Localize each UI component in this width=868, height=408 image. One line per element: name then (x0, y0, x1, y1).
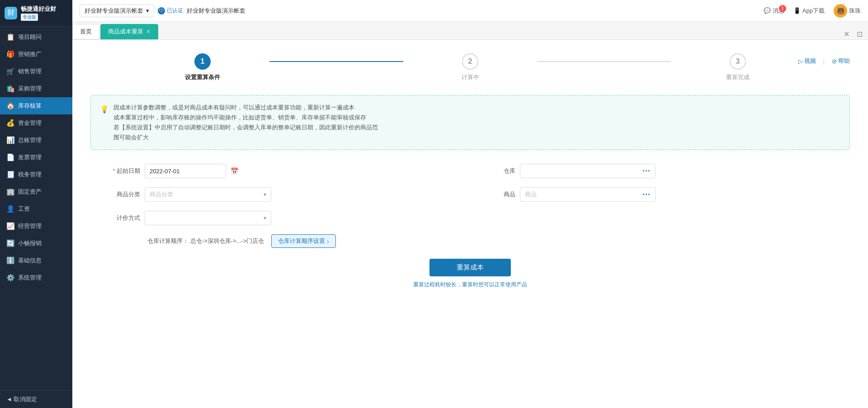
product-select[interactable]: 商品 ··· (520, 187, 656, 202)
tabbar-controls: ✕ ⊡ (842, 29, 868, 39)
category-label: 商品分类 (108, 190, 140, 199)
step-connector-2 (537, 61, 671, 62)
hr-icon: 👤 (6, 205, 14, 213)
operation-icon: 📈 (6, 222, 14, 230)
warehouse-order-settings-button[interactable]: 仓库计算顺序设置 › (271, 234, 335, 248)
basic-icon: ℹ️ (6, 256, 14, 265)
submit-hint: 重算过程耗时较长，重算时您可以正常使用产品 (413, 281, 527, 289)
recalculate-button[interactable]: 重算成本 (429, 259, 511, 276)
message-icon: 💬 (764, 7, 771, 14)
chevron-down-icon: ▾ (264, 191, 266, 198)
info-text: 因成本计算参数调整，或是对商品成本有疑问时，可以通过成本重算功能，重新计算一遍成… (113, 103, 378, 142)
pricing-select[interactable]: ▾ (145, 211, 271, 225)
step-1-num: 1 (201, 57, 205, 66)
sidebar-item-label: 营销推广 (18, 50, 42, 58)
sidebar-item-accounting[interactable]: 📊 总账管理 (0, 132, 72, 149)
sidebar-item-project[interactable]: 📋 项目顾问 (0, 28, 72, 46)
main-area: 好业财专业版演示帐套 ▾ 🛡 已认证 好业财专业版演示帐套 💬 消息 1 📱 A… (72, 0, 868, 408)
verified-badge: 🛡 已认证 (158, 7, 183, 14)
app-download-label: App下载 (802, 7, 825, 15)
step-1-label: 设置重算条件 (185, 73, 220, 81)
verified-label: 已认证 (167, 7, 183, 14)
sidebar-item-inventory[interactable]: 🏠 库存核算 (0, 97, 72, 114)
assets-icon: 🏢 (6, 188, 14, 196)
calendar-icon[interactable]: 📅 (231, 167, 238, 175)
project-icon: 📋 (6, 33, 14, 41)
sidebar-item-label: 发票管理 (18, 153, 42, 161)
sidebar-logo: 财 畅捷通好业财 专业版 (0, 0, 72, 27)
category-row: 商品分类 商品分类 ▾ (108, 187, 457, 202)
sidebar-item-basic[interactable]: ℹ️ 基础信息 (0, 252, 72, 269)
expense-icon: 🔄 (6, 239, 14, 247)
warehouse-order-row: 仓库计算顺序： 总仓->深圳仓库->...->门店仓 仓库计算顺序设置 › (90, 234, 850, 248)
logo-icon: 财 (5, 7, 17, 19)
category-select[interactable]: 商品分类 ▾ (145, 187, 271, 202)
sidebar-item-purchase[interactable]: 🛍️ 采购管理 (0, 80, 72, 97)
product-row: 商品 商品 ··· (484, 187, 832, 202)
accounting-icon: 📊 (6, 136, 14, 144)
start-date-input[interactable] (145, 164, 226, 178)
close-window-icon[interactable]: ✕ (842, 29, 851, 39)
sidebar-item-label: 经营管理 (18, 222, 42, 230)
shield-icon: 🛡 (158, 7, 165, 14)
chevron-right-icon: › (327, 238, 329, 245)
account-selector[interactable]: 好业财专业版演示帐套 ▾ (80, 5, 154, 17)
step-3: 3 重算完成 (671, 53, 805, 81)
stepper: 1 设置重算条件 2 计算中 3 重算完成 ▷ 视频 | ⊘ (90, 53, 850, 81)
sidebar-item-operation[interactable]: 📈 经营管理 (0, 218, 72, 235)
sidebar-item-label: 基础信息 (18, 256, 42, 265)
pricing-row: 计价方式 ▾ (108, 211, 457, 225)
sidebar-item-label: 销售管理 (18, 67, 42, 76)
tabbar: 首页 商品成本重算 ✕ ✕ ⊡ (72, 22, 868, 40)
product-dots-icon[interactable]: ··· (642, 190, 651, 199)
sidebar-item-hr[interactable]: 👤 工资 (0, 200, 72, 218)
sidebar-unpin-button[interactable]: ◄ 取消固定 (0, 390, 72, 408)
sidebar-item-tax[interactable]: 🧾 税务管理 (0, 166, 72, 183)
app-download-button[interactable]: 📱 App下载 (793, 7, 825, 15)
finance-icon: 💰 (6, 119, 14, 127)
step-3-circle: 3 (730, 53, 746, 70)
topbar-left: 好业财专业版演示帐套 ▾ 🛡 已认证 好业财专业版演示帐套 (80, 5, 245, 17)
sidebar-item-label: 总账管理 (18, 136, 42, 144)
marketing-icon: 🎁 (6, 50, 14, 58)
sidebar-item-invoice[interactable]: 📄 发票管理 (0, 149, 72, 166)
warehouse-order-key: 仓库计算顺序： (147, 237, 189, 244)
warehouse-row: 仓库 ··· (484, 164, 832, 178)
tab-home[interactable]: 首页 (72, 24, 99, 39)
start-date-label: 起始日期 (108, 167, 140, 175)
sidebar-item-expense[interactable]: 🔄 小畅报销 (0, 235, 72, 252)
warehouse-label: 仓库 (484, 167, 515, 175)
unpin-label: ◄ 取消固定 (6, 395, 37, 403)
sidebar-item-assets[interactable]: 🏢 固定资产 (0, 183, 72, 200)
tab-cost-recalc[interactable]: 商品成本重算 ✕ (100, 24, 158, 39)
account-name: 好业财专业版演示帐套 (85, 7, 143, 15)
edition-badge: 专业版 (21, 14, 38, 21)
tab-close-icon[interactable]: ✕ (146, 28, 151, 35)
form-grid: 起始日期 📅 仓库 ··· 商品分类 商品分类 ▾ (90, 164, 850, 225)
sidebar-item-finance[interactable]: 💰 资金管理 (0, 114, 72, 132)
warehouse-dots-icon[interactable]: ··· (642, 166, 651, 176)
user-menu-button[interactable]: 🐻 珠珠 (834, 4, 861, 18)
product-placeholder: 商品 (525, 190, 537, 199)
app-name: 畅捷通好业财 (21, 5, 56, 13)
step-1: 1 设置重算条件 (136, 53, 269, 81)
sidebar-item-system[interactable]: ⚙️ 系统管理 (0, 269, 72, 286)
sidebar-item-label: 税务管理 (18, 171, 42, 179)
help-link[interactable]: ⊘ 帮助 (832, 57, 850, 65)
message-button[interactable]: 💬 消息 1 (764, 7, 784, 15)
phone-icon: 📱 (793, 7, 801, 14)
warehouse-select[interactable]: ··· (520, 164, 656, 178)
sales-icon: 🛒 (6, 67, 14, 76)
maximize-icon[interactable]: ⊡ (855, 29, 864, 39)
sidebar-item-label: 资金管理 (18, 119, 42, 127)
sidebar: 财 畅捷通好业财 专业版 📋 项目顾问 🎁 营销推广 🛒 销售管理 🛍️ 采购管… (0, 0, 72, 408)
sidebar-item-marketing[interactable]: 🎁 营销推广 (0, 46, 72, 63)
sidebar-item-sales[interactable]: 🛒 销售管理 (0, 63, 72, 80)
warehouse-order-text: 仓库计算顺序： 总仓->深圳仓库->...->门店仓 (147, 237, 264, 245)
info-icon: 💡 (100, 103, 109, 115)
warehouse-order-value: 总仓->深圳仓库->...->门店仓 (190, 237, 264, 244)
message-badge: 1 (779, 5, 786, 12)
sidebar-item-label: 库存核算 (18, 102, 42, 110)
topbar-right: 💬 消息 1 📱 App下载 🐻 珠珠 (764, 4, 861, 18)
sidebar-nav: 📋 项目顾问 🎁 营销推广 🛒 销售管理 🛍️ 采购管理 🏠 库存核算 💰 资金… (0, 27, 72, 390)
